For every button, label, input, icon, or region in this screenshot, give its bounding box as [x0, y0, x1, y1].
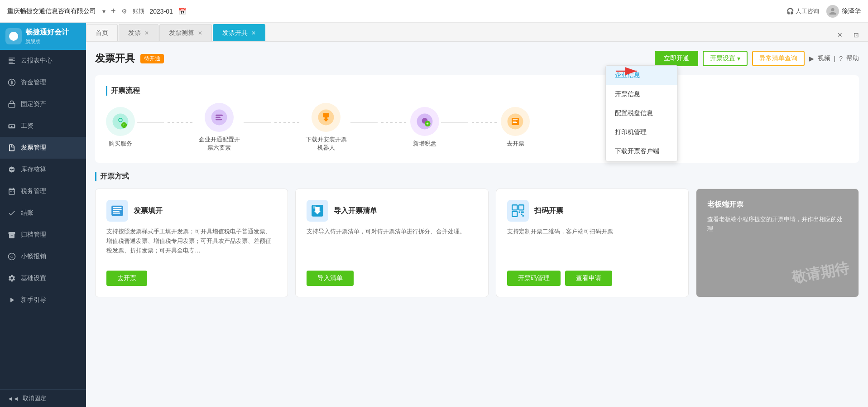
consultant-btn[interactable]: 🎧 人工咨询 — [786, 7, 819, 15]
sidebar-item-label: 发票管理 — [21, 144, 46, 152]
tab-maximize-btn[interactable]: ⊡ — [850, 29, 863, 41]
abnormal-btn[interactable]: 异常清单查询 — [752, 51, 805, 66]
svg-point-0 — [9, 32, 18, 41]
tab-invoice[interactable]: 发票 ✕ — [119, 24, 158, 41]
flow-step-go-invoice: 去开票 — [501, 107, 530, 148]
method-section: 开票方式 — [95, 172, 859, 297]
scan-invoice-desc: 支持定制开票二维码，客户端可扫码开票 — [507, 227, 677, 263]
flow-divider-dots3 — [381, 122, 408, 123]
sidebar-item-invoice[interactable]: 发票管理 — [0, 137, 86, 159]
settings-icon[interactable]: ⚙ — [121, 8, 127, 15]
svg-rect-28 — [113, 211, 119, 212]
dropdown-item-tax-disk[interactable]: 配置税盘信息 — [606, 104, 677, 123]
config-icon — [205, 103, 234, 132]
scan-apply-btn[interactable]: 查看申请 — [565, 271, 612, 286]
sidebar-item-fund[interactable]: 资金管理 — [0, 72, 86, 93]
add-company-btn[interactable]: + — [111, 6, 116, 16]
page-content: 发票开具 待开通 立即开通 开票设置 ▾ 异常清单查询 ▶ 视频 | — [86, 42, 868, 407]
page-header: 发票开具 待开通 立即开通 开票设置 ▾ 异常清单查询 ▶ 视频 | — [95, 51, 859, 66]
sidebar-item-label: 归档管理 — [21, 231, 46, 239]
fill-invoice-desc: 支持按照发票样式手工填开发票；可开具增值税电子普通发票、增值税普通发票、增值税专… — [106, 227, 277, 263]
dropdown-chevron-icon: ▾ — [737, 55, 740, 62]
page-title: 发票开具 — [95, 52, 135, 65]
sidebar-item-tax[interactable]: 税务管理 — [0, 180, 86, 202]
new-guide-icon — [7, 296, 16, 305]
logo-text-group: 畅捷通好会计 旗舰版 — [25, 28, 69, 45]
tab-invoice-label: 发票 — [128, 29, 141, 37]
help-label[interactable]: 帮助 — [846, 54, 859, 63]
dropdown-item-download-client[interactable]: 下载开票客户端 — [606, 142, 677, 161]
status-badge: 待开通 — [140, 54, 164, 63]
svg-rect-24 — [513, 122, 517, 123]
calendar-icon[interactable]: 📅 — [178, 8, 186, 15]
report-icon: C — [7, 252, 16, 261]
boss-invoice-title: 老板端开票 — [707, 200, 743, 209]
tab-home-label: 首页 — [96, 29, 108, 37]
sidebar-item-fixed-assets[interactable]: 固定资产 — [0, 93, 86, 115]
tab-right: ✕ ⊡ — [834, 29, 868, 41]
content-area: 首页 发票 ✕ 发票测算 ✕ 发票开具 ✕ ✕ ⊡ 发票开具 — [86, 23, 868, 407]
settings-btn[interactable]: 开票设置 ▾ — [703, 51, 748, 66]
company-name[interactable]: 重庆畅捷交通信息咨询有限公司 — [7, 7, 96, 15]
svg-rect-27 — [113, 209, 121, 210]
flow-divider-2 — [244, 122, 271, 123]
sidebar-item-label: 资金管理 — [21, 78, 46, 87]
tab-invoice-calc-label: 发票测算 — [169, 29, 194, 37]
sidebar-item-cloud-report[interactable]: 云报表中心 — [0, 50, 86, 72]
sidebar-item-settlement[interactable]: 结账 — [0, 202, 86, 224]
sidebar-item-label: 固定资产 — [21, 100, 46, 108]
logo-sub: 旗舰版 — [25, 38, 69, 45]
company-dropdown-icon[interactable]: ▾ — [102, 8, 106, 15]
sidebar-item-archive[interactable]: 归档管理 — [0, 224, 86, 246]
scan-btns: 开票码管理 查看申请 — [507, 271, 677, 286]
flow-step-download: 下载并安装开票机器人 — [303, 103, 349, 152]
svg-rect-26 — [113, 207, 121, 208]
method-card-fill: 发票填开 支持按照发票样式手工填开发票；可开具增值税电子普通发票、增值税普通发票… — [95, 189, 288, 297]
sidebar-bottom-label: 取消固定 — [23, 394, 46, 402]
fill-invoice-btn[interactable]: 去开票 — [106, 271, 147, 286]
tab-invoice-issue[interactable]: 发票开具 ✕ — [213, 24, 265, 41]
sidebar-item-basic-settings[interactable]: 基础设置 — [0, 267, 86, 289]
sidebar-item-payroll[interactable]: 工资 — [0, 115, 86, 137]
video-label[interactable]: 视频 — [818, 54, 830, 63]
tab-home[interactable]: 首页 — [86, 24, 118, 41]
import-invoice-title: 导入开票清单 — [334, 206, 377, 216]
svg-rect-11 — [216, 115, 223, 116]
sidebar-item-label: 基础设置 — [21, 274, 46, 282]
inventory-icon — [7, 165, 16, 174]
import-invoice-btn[interactable]: 导入清单 — [307, 271, 354, 286]
svg-text:+: + — [426, 121, 429, 126]
add-tax-icon: + — [410, 107, 439, 136]
arrow-indicator — [616, 64, 643, 79]
flow-divider-4 — [441, 122, 468, 123]
svg-rect-34 — [512, 212, 517, 217]
activate-btn[interactable]: 立即开通 — [655, 51, 698, 66]
sidebar-item-new-guide[interactable]: 新手引导 — [0, 289, 86, 311]
method-card-scan: 扫码开票 支持定制开票二维码，客户端可扫码开票 开票码管理 查看申请 — [496, 189, 689, 297]
sidebar-item-inventory[interactable]: 库存核算 — [0, 159, 86, 180]
svg-rect-29 — [113, 213, 120, 213]
dropdown-item-invoice-info[interactable]: 开票信息 — [606, 85, 677, 104]
go-invoice-icon — [501, 107, 530, 136]
dropdown-item-printer[interactable]: 打印机管理 — [606, 123, 677, 142]
consultant-label: 人工咨询 — [796, 7, 819, 15]
flow-section: 开票流程 + 购买服务 — [95, 75, 859, 163]
scan-invoice-title: 扫码开票 — [534, 206, 563, 216]
tab-invoice-calc[interactable]: 发票测算 ✕ — [159, 24, 212, 41]
period-label: 账期 — [133, 7, 144, 15]
scan-manage-btn[interactable]: 开票码管理 — [507, 271, 561, 286]
top-bar-right: 🎧 人工咨询 徐泽华 — [786, 5, 861, 18]
sidebar-bottom[interactable]: ◄◄ 取消固定 — [0, 389, 86, 407]
play-icon: ▶ — [809, 55, 814, 62]
sidebar-item-report[interactable]: C 小畅报销 — [0, 246, 86, 267]
tab-calc-close[interactable]: ✕ — [198, 30, 202, 36]
user-info[interactable]: 徐泽华 — [826, 5, 861, 18]
tab-issue-close[interactable]: ✕ — [251, 30, 256, 36]
flow-steps: + 购买服务 — [106, 103, 848, 152]
username: 徐泽华 — [842, 7, 861, 15]
tax-icon — [7, 187, 16, 196]
tab-close-btn[interactable]: ✕ — [834, 29, 846, 41]
sidebar: 畅捷通好会计 旗舰版 云报表中心 资金管理 — [0, 23, 86, 407]
tab-invoice-close[interactable]: ✕ — [144, 30, 149, 36]
import-invoice-icon — [307, 200, 328, 222]
